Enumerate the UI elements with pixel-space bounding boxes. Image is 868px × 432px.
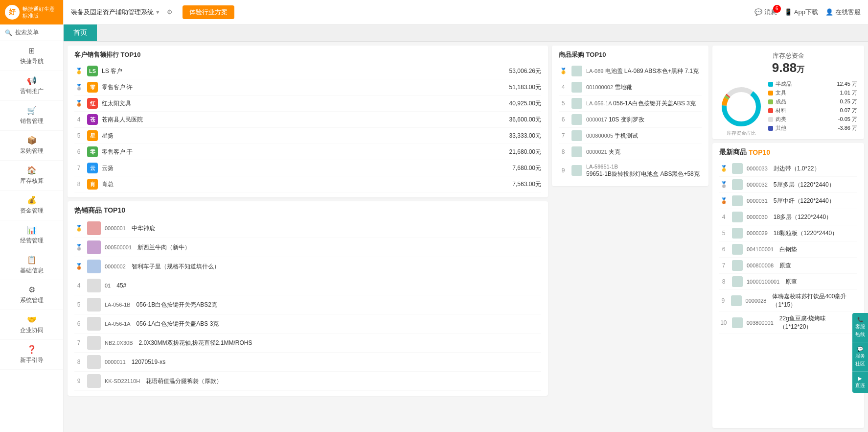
newest-product-img — [732, 179, 743, 190]
middle-column: 商品采购 TOP10 🥇 LA-089 电池盖 LA-089 ABS本色+黑种 … — [552, 46, 708, 428]
sidebar-item-basic[interactable]: 📋 基础信息 — [0, 250, 63, 280]
app-download-button[interactable]: 📱 App下载 — [784, 8, 818, 17]
service-icon: 👤 — [825, 8, 833, 16]
sidebar-item-system[interactable]: ⚙ 系统管理 — [0, 280, 63, 310]
hot-product-img — [87, 221, 101, 235]
sidebar-item-quick-nav[interactable]: ⊞ 快捷导航 — [0, 41, 63, 71]
sidebar-item-inventory[interactable]: 🏠 库存核算 — [0, 161, 63, 191]
sales-ranking-list: 🥇 LS LS 客户 53,006.26元 🥈 零 零售客户·许 51,183.… — [74, 63, 541, 192]
newest-product-img — [732, 317, 743, 328]
newest-item-8: 8 10000100001 原查 — [719, 274, 857, 290]
sales-ranking-card: 客户销售额排行 TOP10 🥇 LS LS 客户 53,006.26元 🥈 零 — [68, 46, 548, 197]
hot-products-title: 热销商品 TOP10 — [74, 206, 541, 215]
main-area: 装备及固定资产辅助管理系统 ▾ ⚙ 体验行业方案 💬 消息 6 📱 App下载 … — [64, 0, 868, 432]
messages-button[interactable]: 💬 消息 6 — [754, 8, 777, 17]
hot-item-9: 9 KK-SD22110H 花语萌值温分腿裤袋（厚款） — [74, 372, 541, 391]
inventory-total-label: 库存总资金 — [719, 51, 857, 60]
newest-item-7: 7 000800008 原查 — [719, 258, 857, 274]
community-icon: 💬 — [857, 346, 863, 352]
logo-text: 畅捷通好生意 标准版 — [23, 5, 55, 20]
newest-item-6: 6 004100001 白钢垫 — [719, 241, 857, 258]
float-customer-service[interactable]: 📞 客服 热线 — [852, 313, 868, 342]
legend-dot — [768, 126, 773, 131]
page-content: 首页 客户销售额排行 TOP10 🥇 LS LS 客户 53,006.26元 — [64, 24, 868, 432]
rank-item-5: 5 星 星扬 33,333.00元 — [74, 128, 541, 144]
finance-icon: 💰 — [27, 195, 37, 205]
left-column: 客户销售额排行 TOP10 🥇 LS LS 客户 53,006.26元 🥈 零 — [68, 46, 548, 428]
direct-icon: ▶ — [858, 376, 862, 381]
sidebar-item-operations[interactable]: 📊 经营管理 — [0, 220, 63, 250]
hot-item-7: 7 NB2.0X30B 2.0X30MM双搓花轴,搓花直径2.1MM/ROHS — [74, 334, 541, 353]
sidebar-search[interactable]: 🔍 搜索菜单 — [0, 24, 63, 41]
home-tab[interactable]: 首页 — [64, 24, 97, 41]
online-service-button[interactable]: 👤 在线客服 — [825, 8, 861, 17]
experience-btn[interactable]: 体验行业方案 — [183, 5, 234, 19]
hot-item-3: 🥉 0000002 智利车子里（规格不知道填什么） — [74, 257, 541, 276]
newest-item-9: 9 0000028 体嗨嘉枚味苏打饮品400毫升（1*15） — [719, 290, 857, 312]
newest-product-img — [732, 260, 743, 271]
online-service-label: 在线客服 — [835, 8, 861, 17]
inventory-chart-area: 库存资金占比 半成品 12.45 万 文具 — [719, 80, 857, 133]
newest-item-5: 5 0000029 18颗粒板（1220*2440） — [719, 225, 857, 241]
newest-product-img — [732, 163, 743, 174]
logo-icon: 好 — [5, 5, 20, 20]
sidebar-item-enterprise[interactable]: 🤝 企业协同 — [0, 310, 63, 340]
sales-icon: 🛒 — [27, 106, 37, 115]
legend-item-5: 肉类 -0.05 万 — [768, 116, 857, 123]
messages-badge: 6 — [773, 5, 781, 13]
newest-products-title: 最新商品 TOP10 — [719, 148, 857, 157]
rank-badge: 星 — [87, 130, 98, 141]
float-service-community[interactable]: 💬 服务 社区 — [852, 342, 868, 372]
hot-product-img — [87, 355, 101, 369]
topbar-right: 💬 消息 6 📱 App下载 👤 在线客服 — [754, 8, 861, 17]
tp-item-7: 9 LA-59651-1B 59651-1B旋转投影灯电池盒 ABS黑色+58克 — [559, 160, 702, 181]
sidebar-item-label: 销售管理 — [20, 117, 44, 125]
top-purchased-title: 商品采购 TOP10 — [559, 50, 702, 59]
newest-item-3: 🥉 0000031 5厘中纤（1220*2440） — [719, 193, 857, 209]
hot-item-5: 5 LA-056-1B 056-1B白色按键开关壳ABS2克 — [74, 295, 541, 314]
hot-products-card: 热销商品 TOP10 🥇 0000001 中华神鹿 🥈 000500001 新西… — [68, 201, 548, 396]
legend-dot — [768, 91, 773, 96]
sales-ranking-title: 客户销售额排行 TOP10 — [74, 50, 541, 59]
sidebar-item-marketing[interactable]: 📢 营销推广 — [0, 71, 63, 101]
hot-item-6: 6 LA-056-1A 056-1A白色按键开关盖ABS 3克 — [74, 314, 541, 334]
newest-product-img — [732, 228, 743, 239]
newest-item-4: 4 0000030 18多层（1220*2440） — [719, 209, 857, 225]
rank-badge: 肖 — [87, 179, 98, 190]
rank-badge: 零 — [87, 146, 98, 157]
hot-product-img — [87, 279, 101, 292]
guide-icon: ❓ — [27, 345, 37, 354]
donut-chart: 库存资金占比 — [719, 85, 763, 129]
purchase-icon: 📦 — [27, 136, 37, 145]
sidebar-item-label: 采购管理 — [20, 147, 44, 155]
breadcrumb-bar: 首页 — [64, 24, 868, 42]
operations-icon: 📊 — [27, 225, 37, 235]
sidebar-item-label: 库存核算 — [20, 177, 44, 185]
content-wrap: 首页 客户销售额排行 TOP10 🥇 LS LS 客户 53,006.26元 — [64, 24, 868, 432]
hot-product-img — [87, 298, 101, 312]
sidebar-item-sales[interactable]: 🛒 销售管理 — [0, 101, 63, 131]
hot-product-img — [87, 240, 101, 254]
newest-product-img — [732, 244, 743, 255]
marketing-icon: 📢 — [27, 76, 37, 85]
newest-product-img — [732, 195, 743, 206]
inventory-icon: 🏠 — [27, 166, 37, 175]
quick-nav-icon: ⊞ — [28, 46, 35, 55]
sidebar-item-guide[interactable]: ❓ 新手引导 — [0, 340, 63, 370]
content-inner: 客户销售额排行 TOP10 🥇 LS LS 客户 53,006.26元 🥈 零 — [64, 42, 868, 432]
tp-item-5: 7 000800005 手机测试 — [559, 128, 702, 144]
tp-product-img — [571, 165, 582, 176]
hot-item-4: 4 01 45# — [74, 276, 541, 295]
float-direct[interactable]: ▶ 直连 — [852, 372, 868, 393]
sidebar-item-purchase[interactable]: 📦 采购管理 — [0, 131, 63, 161]
tp-product-img — [571, 114, 582, 125]
rank-item-8: 8 肖 肖总 7,563.00元 — [74, 176, 541, 192]
settings-icon[interactable]: ⚙ — [167, 8, 173, 16]
inventory-legend: 半成品 12.45 万 文具 1.01 万 — [768, 80, 857, 133]
message-icon: 💬 — [754, 8, 762, 16]
basic-icon: 📋 — [27, 255, 37, 264]
newest-product-img — [731, 295, 742, 306]
newest-product-img — [732, 212, 743, 222]
sidebar-item-finance[interactable]: 💰 资金管理 — [0, 191, 63, 220]
right-column: 库存总资金 9.88万 — [712, 46, 864, 428]
